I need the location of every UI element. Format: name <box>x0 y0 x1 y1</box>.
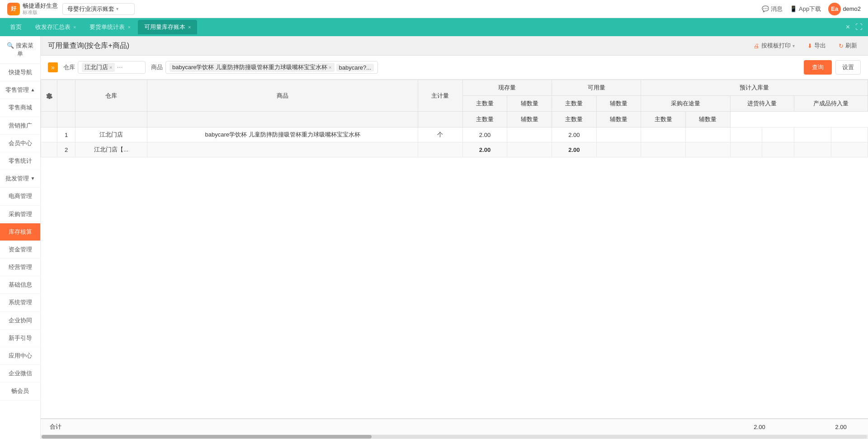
sidebar-item-finance-mgmt[interactable]: 资金管理 <box>0 241 40 259</box>
col-settings-header[interactable] <box>41 80 57 112</box>
row1-current-main: 2.00 <box>462 127 507 142</box>
app-download-button[interactable]: 📱 App下载 <box>790 5 821 13</box>
sidebar-item-marketing[interactable]: 营销推广 <box>0 117 40 135</box>
tab-available-stock[interactable]: 可用量库存账本 × <box>138 20 197 34</box>
print-button[interactable]: 🖨 按模板打印 ▾ <box>750 40 798 52</box>
product-filter-tags[interactable]: babycare学饮杯 儿童防摔防撞吸管杯重力球吸嘴杯宝宝水杯 × babyca… <box>165 61 378 74</box>
sidebar-item-basic-info[interactable]: 基础信息 <box>0 276 40 294</box>
tab-close-icon[interactable]: × <box>188 24 191 30</box>
row2-current-main: 2.00 <box>462 142 507 157</box>
sidebar-item-wholesale-mgmt[interactable]: 批发管理 ▼ <box>0 170 40 188</box>
production-pending-header: 产成品待入量 <box>794 96 868 112</box>
sidebar-item-member-center[interactable]: 会员中心 <box>0 135 40 152</box>
sidebar-item-purchase-mgmt[interactable]: 采购管理 <box>0 206 40 223</box>
sidebar: 🔍 搜索菜单 快捷导航 零售管理 ▲ 零售商城 营销推广 会员中心 零售统计 批… <box>0 36 41 439</box>
top-bar-right: 💬 消息 📱 App下载 Ea demo2 <box>762 3 861 15</box>
filter-expand-button[interactable]: » <box>48 62 58 72</box>
current-aux-qty-header: 辅数量 <box>507 96 552 112</box>
row2-no: 2 <box>57 142 75 157</box>
sidebar-item-inventory-check[interactable]: 库存核算 <box>0 223 40 241</box>
sidebar-item-enterprise-coop[interactable]: 企业协同 <box>0 312 40 330</box>
tab-receive-summary[interactable]: 收发存汇总表 × <box>29 20 82 34</box>
tab-order-stats[interactable]: 要货单统计表 × <box>83 20 137 34</box>
expand-arrow-icon: ▼ <box>31 175 35 182</box>
remove-product-tag1-button[interactable]: × <box>329 65 331 70</box>
nav-tabs-actions: × ⛶ <box>844 21 864 33</box>
sidebar-item-member[interactable]: 畅会员 <box>0 382 40 400</box>
remove-warehouse-tag-button[interactable]: × <box>109 65 112 70</box>
row2-available-main: 2.00 <box>552 142 597 157</box>
sidebar-item-ecommerce-mgmt[interactable]: 电商管理 <box>0 188 40 205</box>
app-icon: 📱 <box>790 5 797 12</box>
warehouse-filter-group: 仓库 江北门店 × ··· <box>63 61 146 74</box>
row2-available-aux <box>596 142 641 157</box>
col-warehouse-header: 仓库 <box>75 80 147 112</box>
row2-current-aux <box>507 142 552 157</box>
sidebar-item-operations-mgmt[interactable]: 经营管理 <box>0 259 40 276</box>
row2-warehouse: 江北门店【... <box>75 142 147 157</box>
search-menu-button[interactable]: 🔍 搜索菜单 <box>4 40 37 60</box>
sidebar-item-retail-store[interactable]: 零售商城 <box>0 99 40 117</box>
sidebar-item-enterprise-wechat[interactable]: 企业微信 <box>0 365 40 382</box>
chevron-down-icon: ▾ <box>116 6 118 11</box>
row1-current-aux <box>507 127 552 142</box>
row1-available-main: 2.00 <box>552 127 597 142</box>
refresh-button[interactable]: ↻ 刷新 <box>835 40 861 52</box>
col-expected-inbound-header: 预计入库量 <box>641 80 868 96</box>
row1-ib-aux <box>762 127 794 142</box>
settings-button[interactable]: 设置 <box>835 60 861 75</box>
purchase-transit-main-header: 主数量 <box>462 112 507 127</box>
user-menu[interactable]: Ea demo2 <box>828 3 861 15</box>
row2-pt-main <box>641 142 686 157</box>
row1-available-aux <box>596 127 641 142</box>
tab-close-icon[interactable]: × <box>73 24 76 30</box>
close-all-tabs-button[interactable]: × <box>844 21 852 33</box>
sidebar-item-app-center[interactable]: 应用中心 <box>0 347 40 365</box>
top-bar: 好 畅捷通好生意 标准版 母婴行业演示账套 ▾ 💬 消息 📱 App下载 Ea … <box>0 0 868 18</box>
row1-pt-aux <box>686 127 731 142</box>
col-unit-header: 主计量 <box>418 80 463 112</box>
tab-home[interactable]: 首页 <box>4 20 28 34</box>
company-selector[interactable]: 母婴行业演示账套 ▾ <box>62 3 135 15</box>
row2-pd-aux <box>831 142 868 157</box>
scrollbar-thumb[interactable] <box>42 435 372 439</box>
main-layout: 🔍 搜索菜单 快捷导航 零售管理 ▲ 零售商城 营销推广 会员中心 零售统计 批… <box>0 36 868 439</box>
row1-pd-aux <box>831 127 868 142</box>
expand-arrow-icon: ▲ <box>31 87 35 93</box>
export-icon: ⬇ <box>807 42 812 49</box>
export-button[interactable]: ⬇ 导出 <box>804 40 830 52</box>
more-filters-button[interactable]: ··· <box>117 63 123 71</box>
horizontal-scrollbar[interactable] <box>41 434 868 439</box>
fullscreen-button[interactable]: ⛶ <box>854 21 864 33</box>
row2-ib-main <box>730 142 762 157</box>
sidebar-item-system-mgmt[interactable]: 系统管理 <box>0 294 40 312</box>
row1-warehouse: 江北门店 <box>75 127 147 142</box>
table-row: 2 江北门店【... 2.00 2.00 <box>41 142 868 157</box>
filter-actions: 查询 设置 <box>804 60 861 75</box>
warehouse-tag: 江北门店 × <box>82 63 115 72</box>
sidebar-item-retail-stats[interactable]: 零售统计 <box>0 152 40 170</box>
purchase-transit-aux-header: 辅数量 <box>507 112 552 127</box>
purchase-transit-header: 采购在途量 <box>641 96 730 112</box>
row2-pt-aux <box>686 142 731 157</box>
row2-product <box>147 142 418 157</box>
table-footer: 合计 2.00 2.00 <box>41 418 868 434</box>
tab-close-icon[interactable]: × <box>127 24 130 30</box>
logo-area: 好 畅捷通好生意 标准版 <box>7 2 58 15</box>
inbound-pending-header: 进货待入量 <box>730 96 794 112</box>
row1-unit: 个 <box>418 127 463 142</box>
warehouse-filter-tags[interactable]: 江北门店 × ··· <box>78 61 146 74</box>
row1-ib-main <box>730 127 762 142</box>
chevron-down-icon: ▾ <box>793 43 795 48</box>
footer-total-label: 合计 <box>45 423 66 431</box>
query-button[interactable]: 查询 <box>804 60 832 75</box>
sidebar-item-retail-mgmt[interactable]: 零售管理 ▲ <box>0 81 40 99</box>
message-button[interactable]: 💬 消息 <box>762 5 783 13</box>
message-icon: 💬 <box>762 5 769 12</box>
available-aux-qty-header: 辅数量 <box>596 96 641 112</box>
row2-ib-aux <box>762 142 794 157</box>
col-current-stock-header: 现存量 <box>462 80 552 96</box>
logo-icon: 好 <box>7 3 20 15</box>
sidebar-item-shortcut[interactable]: 快捷导航 <box>0 64 40 81</box>
sidebar-item-new-guide[interactable]: 新手引导 <box>0 330 40 347</box>
